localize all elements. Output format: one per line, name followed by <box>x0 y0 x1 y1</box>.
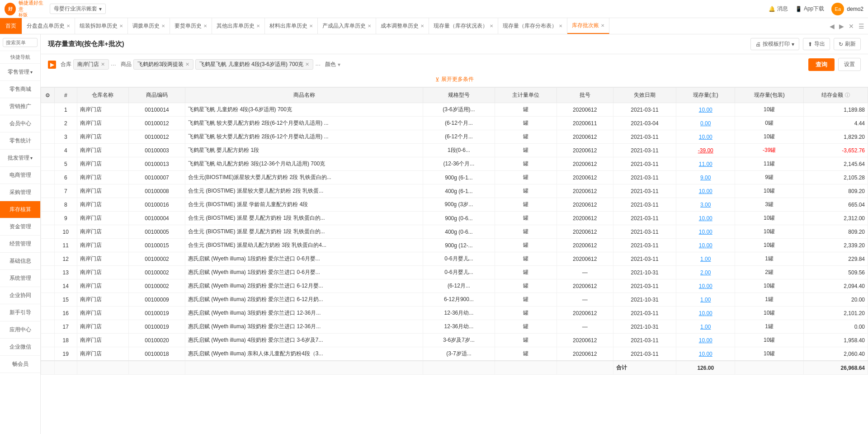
sidebar-item-ecommerce[interactable]: 电商管理 <box>0 167 40 184</box>
cell-qty-main[interactable]: 10.00 <box>676 334 735 347</box>
warehouse-tag[interactable]: 南岸门店 ✕ <box>73 59 109 70</box>
export-btn[interactable]: ⬆ 导出 <box>803 38 830 50</box>
user-area[interactable]: Ea demo2 <box>831 3 863 15</box>
cell-qty-main[interactable]: 10.00 <box>676 239 735 252</box>
cell-unit: 罐 <box>495 157 557 171</box>
cell-qty-main[interactable]: -39.00 <box>676 144 735 157</box>
sidebar-item-enterprise[interactable]: 企业协同 <box>0 287 40 304</box>
cell-qty-main[interactable]: 3.00 <box>676 198 735 212</box>
cell-spec: 12-36月幼... <box>423 307 495 320</box>
tab-stock-dist[interactable]: 现存量（库存分布表） ✕ <box>498 18 567 34</box>
sidebar-item-basics[interactable]: 基础信息 <box>0 253 40 270</box>
tab-close-btn[interactable]: ✕ <box>847 22 856 31</box>
footer-balance: 26,968.64 <box>804 361 868 375</box>
cell-qty-main[interactable]: 10.00 <box>676 103 735 117</box>
color-dropdown-icon[interactable]: ▾ <box>338 61 340 68</box>
sidebar-item-inventory[interactable]: 库存核算 <box>0 201 40 218</box>
cell-qty-main[interactable]: 10.00 <box>676 279 735 293</box>
tab-zuchai[interactable]: 组装拆卸单历史 ✕ <box>75 18 128 34</box>
close-icon[interactable]: ✕ <box>420 24 424 28</box>
print-btn[interactable]: 🖨 按模板打印 ▾ <box>750 38 799 50</box>
cell-code: 00100020 <box>129 334 185 347</box>
query-btn[interactable]: 查询 <box>808 58 835 71</box>
tab-home[interactable]: 首页 <box>0 18 22 34</box>
tab-yaohuo[interactable]: 要货单历史 ✕ <box>170 18 212 34</box>
close-icon[interactable]: ✕ <box>309 24 313 28</box>
remove-warehouse-icon[interactable]: ✕ <box>101 61 105 67</box>
close-icon[interactable]: ✕ <box>559 24 562 28</box>
search-input[interactable] <box>3 38 38 47</box>
app-download-btn[interactable]: 📱 App下载 <box>795 5 824 13</box>
tab-material-out[interactable]: 材料出库单历史 ✕ <box>265 18 318 34</box>
refresh-btn[interactable]: ↻ 刷新 <box>834 38 861 50</box>
cell-qty-main[interactable]: 10.00 <box>676 184 735 198</box>
cell-qty-main[interactable]: 10.00 <box>676 225 735 239</box>
cell-qty-main[interactable]: 2.00 <box>676 266 735 279</box>
cell-qty-main[interactable]: 11.00 <box>676 157 735 171</box>
tab-product-in[interactable]: 产成品入库单历史 ✕ <box>318 18 376 34</box>
sidebar-item-member[interactable]: 会员中心 <box>0 115 40 132</box>
cell-batch: — <box>557 266 613 279</box>
tab-cost-adjust[interactable]: 成本调整单历史 ✕ <box>376 18 429 34</box>
sidebar-item-app-center[interactable]: 应用中心 <box>0 321 40 339</box>
cell-qty-main[interactable]: 1.00 <box>676 252 735 266</box>
cell-qty-main[interactable]: 1.00 <box>676 293 735 307</box>
tab-prev-btn[interactable]: ◀ <box>828 22 836 31</box>
tab-menu-btn[interactable]: ☰ <box>857 22 866 31</box>
setting-btn[interactable]: 设置 <box>838 58 861 71</box>
tab-next-btn[interactable]: ▶ <box>837 22 846 31</box>
cell-qty-main[interactable]: 1.00 <box>676 320 735 334</box>
product-filter-more-icon[interactable]: ··· <box>315 61 321 68</box>
sidebar-item-system[interactable]: 系统管理 <box>0 270 40 287</box>
messages-btn[interactable]: 🔔 消息 <box>769 5 788 13</box>
tab-batch-voucher[interactable]: 库存批次账 ✕ <box>567 18 609 34</box>
filter-more-icon[interactable]: ··· <box>111 61 116 68</box>
remove-product-1-icon[interactable]: ✕ <box>185 61 189 67</box>
sidebar-item-retail[interactable]: 零售管理 ▾ <box>0 64 40 81</box>
close-icon[interactable]: ✕ <box>203 24 207 28</box>
close-icon[interactable]: ✕ <box>368 24 371 28</box>
product-tag-1[interactable]: 飞鹤奶粉3段两提装 ✕ <box>133 59 194 70</box>
close-icon[interactable]: ✕ <box>161 24 165 28</box>
sidebar-item-finance[interactable]: 资金管理 <box>0 218 40 236</box>
sidebar-item-purchase[interactable]: 采购管理 <box>0 184 40 201</box>
expand-filter-btn[interactable]: ▶ <box>48 61 56 69</box>
sidebar-item-retail-shop[interactable]: 零售商城 <box>0 81 40 98</box>
close-icon[interactable]: ✕ <box>601 23 604 28</box>
cell-warehouse: 南岸门店 <box>77 320 129 334</box>
col-setting[interactable]: ⚙ <box>41 88 55 103</box>
cell-qty-main[interactable]: 10.00 <box>676 307 735 320</box>
cell-qty-main[interactable]: 10.00 <box>676 347 735 361</box>
tab-tiaopo[interactable]: 调拨单历史 ✕ <box>128 18 170 34</box>
close-icon[interactable]: ✕ <box>490 24 493 28</box>
sidebar-item-retail-stats[interactable]: 零售统计 <box>0 132 40 150</box>
sidebar-item-vip-member[interactable]: 畅会员 <box>0 356 40 373</box>
product-tag-2[interactable]: 飞鹤星飞帆 儿童奶粉 4段(3-6岁适用) 700克 ✕ <box>195 59 313 70</box>
cell-qty-main[interactable]: 10.00 <box>676 130 735 144</box>
cell-qty-main[interactable]: 9.00 <box>676 171 735 184</box>
sidebar-item-wholesale[interactable]: 批发管理 ▾ <box>0 150 40 167</box>
tab-other-out[interactable]: 其他出库单历史 ✕ <box>212 18 265 34</box>
cell-balance: 4.44 <box>804 117 868 130</box>
cell-qty-main[interactable]: 0.00 <box>676 117 735 130</box>
close-icon[interactable]: ✕ <box>66 24 70 28</box>
close-icon[interactable]: ✕ <box>256 24 260 28</box>
table-row: 13 南岸门店 00100002 惠氏启赋 (Wyeth illuma) 1段奶… <box>41 266 868 279</box>
remove-product-2-icon[interactable]: ✕ <box>305 61 309 67</box>
cell-setting <box>41 212 55 225</box>
expand-more-btn[interactable]: ⊻ 展开更多条件 <box>435 75 474 83</box>
info-icon[interactable]: ⓘ <box>845 92 850 98</box>
cell-warehouse: 南岸门店 <box>77 117 129 130</box>
sidebar-item-marketing[interactable]: 营销推广 <box>0 98 40 115</box>
sidebar-item-business[interactable]: 经营管理 <box>0 236 40 253</box>
close-icon[interactable]: ✕ <box>119 24 123 28</box>
table-row: 19 南岸门店 00100018 惠氏启赋 (Wyeth illuma) 亲和人… <box>41 347 868 361</box>
account-selector[interactable]: 母婴行业演示账套 ▾ <box>50 4 106 14</box>
sidebar-quick-nav[interactable]: 快捷导航 <box>0 51 40 64</box>
sidebar-item-new-guide[interactable]: 新手引导 <box>0 304 40 321</box>
cell-qty-main[interactable]: 10.00 <box>676 212 735 225</box>
cell-qty-pkg: 1罐 <box>735 293 804 307</box>
sidebar-item-enterprise-wechat[interactable]: 企业微信 <box>0 339 40 356</box>
tab-fenpan[interactable]: 分盘盘点单历史 ✕ <box>22 18 75 34</box>
tab-stock-status[interactable]: 现存量（库存状况表） ✕ <box>429 18 498 34</box>
